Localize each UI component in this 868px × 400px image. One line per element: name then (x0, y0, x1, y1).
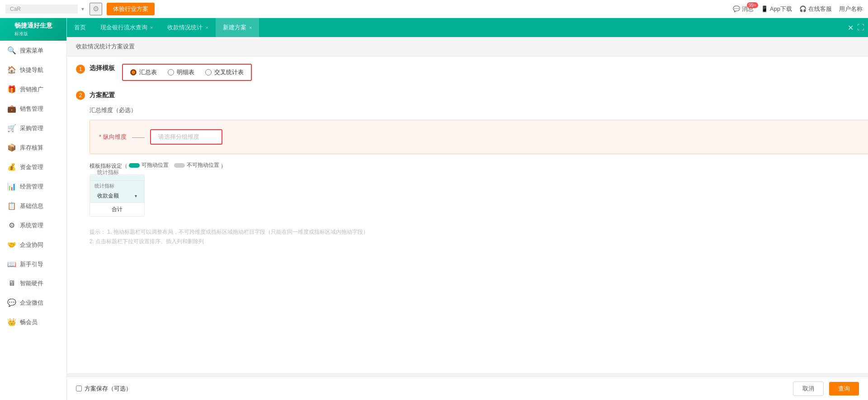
page-content: 收款情况统计方案设置 1 选择模板 汇总表 (67, 37, 868, 400)
radio-detail-label: 明细表 (177, 68, 194, 76)
tab-label-0: 首页 (74, 24, 86, 32)
page-inner: 收款情况统计方案设置 1 选择模板 汇总表 (67, 37, 868, 373)
metrics-header: 模板指标设定（ 可拖动位置 不可拖动位置 (90, 161, 868, 170)
sidebar-nav: 🔍 搜索菜单 🏠 快捷导航 🎁 营销推广 💼 销售管理 🛒 采购管理 📦 库存核… (0, 41, 66, 400)
download-action[interactable]: 📱 App下载 (761, 5, 792, 13)
download-label: App下载 (770, 5, 792, 13)
sidebar-item-7[interactable]: 📊 经营管理 (0, 177, 66, 196)
metrics-col-header: 统计指标 (90, 175, 144, 181)
logo-sub: 标准版 (14, 31, 52, 37)
logo-area: 畅捷通好生意 标准版 (0, 18, 66, 41)
query-button[interactable]: 查询 (829, 382, 859, 395)
no-drag-dot (174, 163, 185, 168)
message-icon: 💬 (733, 5, 740, 12)
sidebar-icon-7: 📊 (7, 182, 16, 191)
close-window-icon[interactable]: ✕ (848, 24, 854, 32)
col1-chevron-icon[interactable]: ▾ (135, 193, 137, 198)
sidebar-label-12: 智能硬件 (20, 279, 43, 287)
sidebar-label-2: 营销推广 (20, 85, 43, 94)
main-layout: 畅捷通好生意 标准版 🔍 搜索菜单 🏠 快捷导航 🎁 营销推广 💼 销售管理 🛒… (0, 18, 868, 400)
tab-label-2: 收款情况统计 (167, 24, 203, 32)
col1-cell: 合计 (90, 203, 144, 216)
tab-1[interactable]: 现金银行流水查询 × (93, 18, 160, 37)
service-action[interactable]: 🎧 在线客服 (799, 5, 832, 13)
cancel-button[interactable]: 取消 (793, 381, 824, 396)
sidebar-item-10[interactable]: 🤝 企业协同 (0, 235, 66, 254)
tip-1: 提示： 1. 拖动标题栏可以调整布局，不可跨维度或指标区域拖动栏目字段（只能在同… (90, 227, 868, 237)
tab-3[interactable]: 新建方案 × (216, 18, 259, 37)
tab-close-3[interactable]: × (249, 25, 252, 30)
stat-header-label: 统计指标 (90, 181, 144, 189)
stat-label: 统计指标 (97, 169, 119, 176)
sidebar-item-1[interactable]: 🏠 快捷导航 (0, 60, 66, 80)
sidebar-item-2[interactable]: 🎁 营销推广 (0, 80, 66, 99)
sidebar-icon-0: 🔍 (7, 46, 16, 55)
sidebar-item-8[interactable]: 📋 基础信息 (0, 196, 66, 216)
sidebar-item-11[interactable]: 📖 新手引导 (0, 254, 66, 274)
sidebar-item-3[interactable]: 💼 销售管理 (0, 99, 66, 118)
radio-summary-input[interactable] (130, 69, 137, 75)
radio-cross-input[interactable] (205, 69, 212, 75)
radio-cross[interactable]: 交叉统计表 (205, 68, 244, 76)
gear-button[interactable]: ⚙ (90, 3, 102, 15)
header-right: 💬 消息 99+ 📱 App下载 🎧 在线客服 用户名称 (733, 5, 863, 13)
header-left: CaR ▾ ⚙ 体验行业方案 (5, 3, 733, 15)
col1-header-row: 收款金额 ▾ (90, 189, 144, 203)
sidebar-item-6[interactable]: 💰 资金管理 (0, 157, 66, 177)
no-draggable-label: 不可拖动位置 (187, 161, 219, 169)
sidebar-icon-13: 💬 (7, 298, 16, 307)
top-header: CaR ▾ ⚙ 体验行业方案 💬 消息 99+ 📱 App下载 🎧 在线客服 用… (0, 0, 868, 18)
maximize-icon[interactable]: ⛶ (857, 24, 864, 32)
user-area: 用户名称 (839, 5, 863, 13)
radio-cross-label: 交叉统计表 (214, 68, 244, 76)
user-name: 用户名称 (839, 5, 863, 12)
tab-2[interactable]: 收款情况统计 × (160, 18, 215, 37)
sidebar-item-13[interactable]: 💬 企业微信 (0, 293, 66, 312)
industry-button[interactable]: 体验行业方案 (107, 3, 155, 15)
tab-bar-actions: ✕ ⛶ (848, 18, 868, 37)
dimension-area: * 纵向维度 —— 请选择分组维度 (90, 120, 868, 154)
sidebar-label-10: 企业协同 (20, 241, 43, 249)
template-options: 汇总表 明细表 交叉统计表 (122, 64, 252, 81)
save-option[interactable]: 方案保存（可选） (76, 385, 132, 393)
service-label: 在线客服 (808, 5, 832, 13)
sidebar-item-0[interactable]: 🔍 搜索菜单 (0, 41, 66, 60)
sidebar-label-6: 资金管理 (20, 163, 43, 171)
step1-label: 选择模板 (90, 64, 115, 72)
breadcrumb-dropdown-icon[interactable]: ▾ (81, 6, 84, 12)
notification-area[interactable]: 💬 消息 99+ (733, 5, 754, 13)
tab-close-2[interactable]: × (205, 25, 208, 30)
step2-row: 2 方案配置 汇总维度（必选） * 纵向维度 —— (76, 90, 859, 247)
radio-detail[interactable]: 明细表 (168, 68, 194, 76)
download-icon: 📱 (761, 5, 768, 12)
logo-text: 畅捷通好生意 (14, 22, 52, 30)
sidebar-label-1: 快捷导航 (20, 66, 43, 74)
notification-badge: 99+ (747, 2, 758, 8)
sidebar-item-12[interactable]: 🖥 智能硬件 (0, 274, 66, 293)
tab-0[interactable]: 首页 (67, 18, 93, 37)
sidebar-label-14: 畅会员 (20, 318, 38, 326)
draggable-label: 可拖动位置 (142, 161, 169, 169)
content-area: 首页现金银行流水查询 ×收款情况统计 ×新建方案 × ✕ ⛶ 收款情况统计方案设… (67, 18, 868, 400)
sidebar-item-9[interactable]: ⚙ 系统管理 (0, 216, 66, 235)
radio-detail-input[interactable] (168, 69, 174, 75)
sidebar-item-14[interactable]: 👑 畅会员 (0, 312, 66, 332)
dim-input[interactable]: 请选择分组维度 (150, 129, 222, 145)
sidebar-item-4[interactable]: 🛒 采购管理 (0, 118, 66, 138)
sidebar-icon-2: 🎁 (7, 85, 16, 94)
sidebar-label-13: 企业微信 (20, 299, 43, 307)
sidebar-icon-9: ⚙ (7, 221, 16, 230)
tab-close-1[interactable]: × (150, 25, 153, 30)
sidebar-label-9: 系统管理 (20, 221, 43, 230)
radio-summary-label: 汇总表 (139, 68, 157, 76)
radio-summary[interactable]: 汇总表 (130, 68, 157, 76)
bottom-bar: 方案保存（可选） 取消 查询 (67, 376, 868, 400)
tip-2: 2. 点击标题栏下拉可设置排序、插入列和删除列 (90, 237, 868, 247)
section-main: 1 选择模板 汇总表 明细表 (67, 56, 868, 263)
sidebar-icon-3: 💼 (7, 104, 16, 113)
sidebar-label-0: 搜索菜单 (20, 47, 43, 55)
save-checkbox[interactable] (76, 386, 82, 391)
dimension-title: 汇总维度（必选） (90, 106, 868, 114)
drag-dot (129, 163, 140, 168)
sidebar-item-5[interactable]: 📦 库存核算 (0, 138, 66, 157)
